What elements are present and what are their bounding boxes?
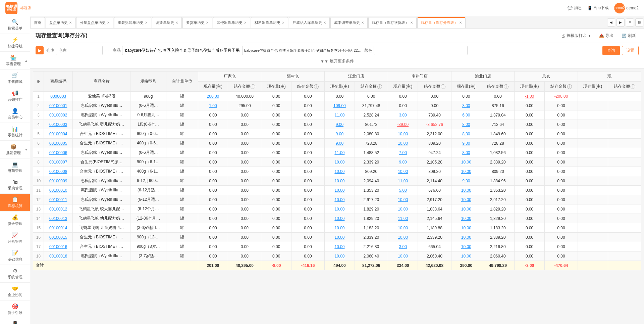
td-mucun-qty[interactable]: 0.00 [261,92,291,101]
td-nanan-qty[interactable]: 3.00 [388,110,418,120]
sidebar-item-retail-stat[interactable]: 📊 零售统计 [0,123,30,141]
tab-finished-in[interactable]: 产成品入库单历史 ✕ [289,17,330,28]
td-mucun-qty[interactable]: 0.00 [261,214,291,223]
table-area[interactable]: ⚙ 商品编码 商品名称 规格型号 主计量单位 厂家仓 陌村仓 江北门店 南岸门店… [30,68,644,324]
td-nanan-qty[interactable]: 3.00 [388,242,418,251]
print-button[interactable]: 🖨 按模版打印 ▼ [558,32,594,40]
td-zongcang-qty[interactable]: 0.00 [515,233,544,242]
sidebar-item-enterprise[interactable]: 🤝 企业协同 [0,283,30,300]
tab-close-icon[interactable]: ✕ [361,21,364,25]
sidebar-item-marketing[interactable]: 📢 营销推广 [0,87,30,105]
tab-expand-button[interactable]: ⊡ [635,18,643,27]
td-zongcang-qty[interactable]: 0.00 [515,176,544,186]
td-nanan-qty[interactable]: 10.00 [388,204,418,214]
tab-close-icon[interactable]: ✕ [282,21,284,25]
td-changjiacao-qty[interactable]: 0.00 [198,120,228,129]
td-jiangbei-qty[interactable]: 10.00 [325,223,355,233]
td-nanan-qty[interactable]: 10.00 [388,167,418,176]
warehouse-more-icon[interactable]: ··· [104,48,110,53]
tab-close-icon[interactable]: ✕ [175,21,178,25]
sidebar-item-operations[interactable]: 📈 经营管理 [0,229,30,247]
td-zongcang-qty[interactable]: 0.00 [515,214,544,223]
td-changjiacao-qty[interactable]: 0.00 [198,214,228,223]
warehouse-input[interactable] [56,46,103,55]
tab-close-icon[interactable]: ✕ [69,21,72,25]
export-button[interactable]: 📤 导出 [596,32,616,40]
td-changjiacao-qty[interactable]: 0.00 [198,251,228,261]
tab-close-all-button[interactable]: ✕ [626,18,634,27]
sidebar-item-finance[interactable]: 💰 资金管理 [0,212,30,229]
sidebar-item-quick-nav[interactable]: ⚡ 快捷导航 [0,34,30,52]
td-mucun-qty[interactable]: 0.00 [261,242,291,251]
color-input[interactable] [374,46,468,55]
td-zongcang-qty[interactable]: 0.00 [515,120,544,129]
td-jiangbei-qty[interactable]: 10.00 [325,195,355,204]
td-jiangbei-qty[interactable]: 10.00 [325,167,355,176]
td-yubei-qty[interactable]: 10.00 [451,186,481,195]
td-jiangbei-qty[interactable]: 9.00 [325,139,355,148]
td-mucun-qty[interactable]: 0.00 [261,101,291,110]
td-yubei-qty[interactable]: 8.00 [451,148,481,157]
refresh-button[interactable]: 🔄 刷新 [619,32,639,40]
td-zongcang-qty[interactable]: 0.00 [515,251,544,261]
td-jiangbei-qty[interactable]: 109.00 [325,101,355,110]
td-yubei-qty[interactable]: 10.00 [451,251,481,261]
tab-prev-button[interactable]: ◀ [607,18,615,27]
td-zongcang-qty[interactable]: 0.00 [515,167,544,176]
sidebar-item-app-center[interactable]: 📱 应用中心 [0,318,30,324]
td-mucun-qty[interactable]: 0.00 [261,157,291,167]
tab-transfer[interactable]: 调拨单历史 ✕ [152,17,182,28]
tab-close-icon[interactable]: ✕ [145,21,148,25]
td-jiangbei-qty[interactable]: 10.00 [325,157,355,167]
filter-expand-button[interactable]: ▶ [36,46,44,54]
td-changjiacao-qty[interactable]: 0.00 [198,233,228,242]
td-jiangbei-qty[interactable]: 11.00 [325,110,355,120]
td-zongcang-qty[interactable]: 0.00 [515,186,544,195]
tab-requisition[interactable]: 要货单历史 ✕ [182,17,212,28]
td-changjiacao-qty[interactable]: 0.00 [198,148,228,157]
td-zongcang-qty[interactable]: 0.00 [515,139,544,148]
td-nanan-qty[interactable]: 9.00 [388,157,418,167]
tab-cost-adjust[interactable]: 成本调整单历史 ✕ [330,17,368,28]
td-yubei-qty[interactable]: 10.00 [451,242,481,251]
tab-inventory-split[interactable]: 分量盘点单历史 ✕ [76,17,113,28]
td-changjiacao-qty[interactable]: 0.00 [198,139,228,148]
tab-close-icon[interactable]: ✕ [410,21,413,25]
user-profile[interactable]: demo2 demo2 [614,3,639,13]
app-download-button[interactable]: 📱 App下载 [587,5,609,11]
td-zongcang-qty[interactable]: 0.00 [515,129,544,139]
td-zongcang-qty[interactable]: -1.00 [515,92,544,101]
td-nanan-qty[interactable]: 10.00 [388,195,418,204]
td-jiangbei-qty[interactable]: 10.00 [325,251,355,261]
td-zongcang-qty[interactable]: 0.00 [515,101,544,110]
td-jiangbei-qty[interactable]: 10.00 [325,176,355,186]
td-changjiacao-qty[interactable]: 0.00 [198,204,228,214]
tab-material-out[interactable]: 材料出库单历史 ✕ [251,17,288,28]
td-jiangbei-qty[interactable]: 10.00 [325,242,355,251]
tab-stock-status[interactable]: 现存量（库存状况表） ✕ [368,17,417,28]
td-nanan-qty[interactable]: 10.00 [388,233,418,242]
td-yubei-qty[interactable]: 10.00 [451,167,481,176]
td-jiangbei-qty[interactable]: 10.00 [325,233,355,242]
expand-more-button[interactable]: ▼▼ 展开更多条件 [36,57,639,65]
td-changjiacao-qty[interactable]: 0.00 [198,167,228,176]
td-yubei-qty[interactable]: 8.00 [451,129,481,139]
tab-other-out[interactable]: 其他出库单历史 ✕ [213,17,250,28]
td-changjiacao-qty[interactable]: 200.00 [198,92,228,101]
td-mucun-qty[interactable]: 0.00 [261,148,291,157]
td-yubei-qty[interactable]: 9.00 [451,176,481,186]
sidebar-item-guide[interactable]: 🎯 新手引导 [0,300,30,318]
td-mucun-qty[interactable]: 0.00 [261,110,291,120]
td-yubei-qty[interactable]: 10.00 [451,233,481,242]
sidebar-item-purchase[interactable]: 🛍 采购管理 [0,176,30,194]
sidebar-item-ecommerce[interactable]: 💻 电商管理 [0,158,30,176]
td-jiangbei-qty[interactable]: 10.00 [325,214,355,223]
td-mucun-qty[interactable]: 0.00 [261,167,291,176]
td-changjiacao-qty[interactable]: 0.00 [198,176,228,186]
td-zongcang-qty[interactable]: 0.00 [515,204,544,214]
th-settings[interactable]: ⚙ [33,72,44,92]
td-mucun-qty[interactable]: 0.00 [261,186,291,195]
tab-close-icon[interactable]: ✕ [244,21,247,25]
tab-close-icon[interactable]: ✕ [206,21,209,25]
sidebar-item-inventory[interactable]: 📋 库存核算 [0,194,30,212]
